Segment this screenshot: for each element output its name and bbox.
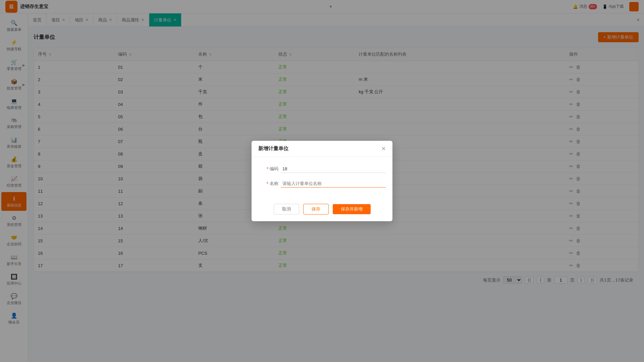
modal-footer: 取消 保存 保存并新增 (252, 200, 392, 221)
modal-close-btn[interactable]: ✕ (381, 145, 386, 152)
code-input[interactable] (281, 165, 386, 173)
cancel-button[interactable]: 取消 (274, 204, 299, 215)
name-label: 名称 (258, 181, 278, 187)
modal-overlay: 新增计量单位 ✕ 编码 名称 取消 保存 保存并新增 (0, 0, 644, 362)
add-unit-modal: 新增计量单位 ✕ 编码 名称 取消 保存 保存并新增 (252, 141, 392, 221)
modal-header: 新增计量单位 ✕ (252, 141, 392, 157)
code-label: 编码 (258, 166, 278, 172)
name-input[interactable] (281, 180, 386, 188)
modal-body: 编码 名称 (252, 157, 392, 200)
save-and-new-button[interactable]: 保存并新增 (333, 204, 371, 214)
modal-title: 新增计量单位 (258, 145, 288, 152)
form-item-name: 名称 (258, 180, 386, 188)
form-item-code: 编码 (258, 165, 386, 173)
save-button[interactable]: 保存 (303, 204, 329, 215)
